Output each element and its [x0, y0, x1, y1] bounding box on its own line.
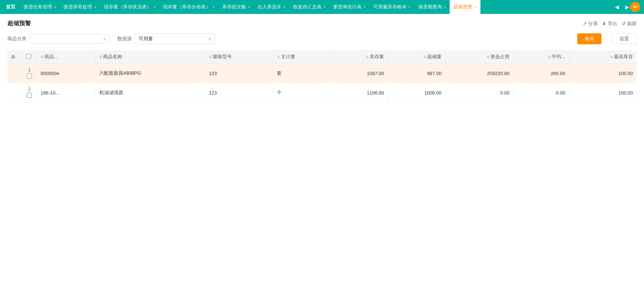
tab-label: 拣货异常处理 [63, 4, 92, 10]
col-spec[interactable]: ⇅ 规格型号 [205, 50, 273, 64]
row-num-1: 2 [22, 83, 37, 103]
tab-close-tab-6[interactable]: × [283, 5, 285, 9]
share-button[interactable]: ↗ 分享 [583, 21, 598, 27]
nav-tab-tab-8[interactable]: 要货单统计表× [329, 0, 369, 14]
tab-close-tab-11[interactable]: × [474, 5, 476, 9]
col-stock[interactable]: ⇅ 库存量 [330, 50, 388, 64]
cell-avg: 260.00 [513, 64, 569, 83]
col-overstock[interactable]: ⇅ 超储量 [388, 50, 446, 64]
row-number: 2 [26, 86, 33, 92]
nav-tab-tab-4[interactable]: 现存量（库存分布表）× [159, 0, 218, 14]
row-settings-1 [7, 83, 22, 103]
filter-row: 商品分类 ∨ 数据源 可用量 ∨ 查询 设置 [7, 33, 637, 44]
row-checkbox-1[interactable] [27, 93, 32, 98]
col-product-code[interactable]: ⇅ 商品... [37, 50, 95, 64]
tab-label: 保质期查询 [418, 4, 442, 10]
export-button[interactable]: ⬇ 导出 [602, 21, 617, 27]
datasource-select[interactable]: 可用量 ∨ [135, 33, 215, 44]
tab-close-tab-2[interactable]: × [94, 5, 96, 9]
tab-close-tab-5[interactable]: × [248, 5, 250, 9]
nav-home[interactable]: 首页 [1, 0, 20, 14]
tab-close-tab-10[interactable]: × [444, 5, 446, 9]
col-product-name[interactable]: ⇅ 商品名称 [95, 50, 205, 64]
row-checkbox-0[interactable] [27, 73, 32, 78]
row-num-0: 1 [22, 64, 37, 83]
cell-stock: 1106.00 [330, 83, 388, 103]
category-label: 商品分类 [7, 36, 26, 42]
tab-close-tab-3[interactable]: × [153, 5, 155, 9]
page-title: 超储预警 [7, 20, 31, 27]
col-unit[interactable]: ⇅ 主计量 [273, 50, 331, 64]
tab-label: 要货单统计表 [333, 4, 362, 10]
share-label: 分享 [588, 21, 598, 27]
cell-overstock: 997.00 [388, 64, 446, 83]
cell-product-code: 0000004 [37, 64, 95, 83]
col-capital[interactable]: ⇅ 资金占用 [445, 50, 513, 64]
user-avatar[interactable]: Ai [630, 2, 640, 12]
filter-datasource: 数据源 可用量 ∨ [117, 33, 215, 44]
settings-button[interactable]: 设置 [612, 33, 637, 44]
nav-tab-tab-2[interactable]: 拣货异常处理× [60, 0, 100, 14]
tab-label: 库存批次账 [222, 4, 246, 10]
tab-label: 出入库流水 [257, 4, 281, 10]
row-number: 1 [26, 67, 33, 73]
tab-label: 超储预警 [453, 4, 472, 10]
tab-close-tab-7[interactable]: × [323, 5, 326, 9]
col-avg[interactable]: ⇅ 平均... [513, 50, 569, 64]
nav-arrow-left[interactable]: ◀ [612, 0, 622, 14]
category-select[interactable]: ∨ [29, 34, 110, 44]
table-header-row: ⚙ ⇅ 商品... ⇅ 商品名称 ⇅ 规格型号 ⇅ 主计量 ⇅ [7, 50, 637, 64]
refresh-label: 刷新 [627, 21, 637, 27]
tab-close-tab-8[interactable]: × [363, 5, 366, 9]
cell-product-code: 186-10... [37, 83, 95, 103]
nav-tab-tab-1[interactable]: 拣货任务管理× [20, 0, 60, 14]
tab-label: 可用量库存账本 [373, 4, 407, 10]
nav-tab-tab-7[interactable]: 收发存汇总表× [289, 0, 329, 14]
sort-icon: ⇅ [548, 55, 552, 59]
col-checkbox[interactable] [22, 50, 37, 64]
cell-product-name: 机油滤清器 [95, 83, 205, 103]
cell-product-name: 六配套新昌490BPG [95, 64, 205, 83]
nav-tab-tab-6[interactable]: 出入库流水× [254, 0, 289, 14]
tab-label: 现存量（库存分布表） [163, 4, 211, 10]
filter-category: 商品分类 ∨ [7, 34, 110, 44]
nav-tab-tab-3[interactable]: 现存量（库存状况表）× [100, 0, 159, 14]
cell-unit: 个 [273, 83, 331, 103]
tabs-container: 拣货任务管理×拣货异常处理×现存量（库存状况表）×现存量（库存分布表）×库存批次… [20, 0, 480, 14]
select-all-checkbox[interactable] [26, 54, 31, 59]
page-header: 超储预警 ↗ 分享 ⬇ 导出 ↺ 刷新 [7, 20, 637, 27]
export-label: 导出 [608, 21, 617, 27]
top-right-user-area: Ai [626, 0, 644, 14]
cell-max-stock: 100.00 [569, 64, 637, 83]
page-container: 超储预警 ↗ 分享 ⬇ 导出 ↺ 刷新 商品分类 ∨ 数据源 [0, 14, 644, 293]
table-header: ⚙ ⇅ 商品... ⇅ 商品名称 ⇅ 规格型号 ⇅ 主计量 ⇅ [7, 50, 637, 64]
cell-spec: 123 [205, 83, 273, 103]
row-settings-0 [7, 64, 22, 83]
col-settings[interactable]: ⚙ [7, 50, 22, 64]
nav-tab-tab-5[interactable]: 库存批次账× [219, 0, 254, 14]
sort-icon: ⇅ [41, 55, 45, 59]
category-chevron-icon: ∨ [103, 37, 106, 41]
cell-capital: 259220.00 [445, 64, 513, 83]
nav-tab-tab-11[interactable]: 超储预警× [450, 0, 480, 14]
sort-icon: ⇅ [99, 55, 103, 59]
top-navigation: 首页 拣货任务管理×拣货异常处理×现存量（库存状况表）×现存量（库存分布表）×库… [0, 0, 644, 14]
table-row: 2 186-10... 机油滤清器 123 个 1106.00 1006.00 … [7, 83, 637, 103]
tab-close-tab-4[interactable]: × [212, 5, 215, 9]
query-button[interactable]: 查询 [577, 33, 601, 44]
tab-label: 拣货任务管理 [23, 4, 52, 10]
datasource-chevron-icon: ∨ [208, 37, 211, 41]
refresh-button[interactable]: ↺ 刷新 [622, 21, 637, 27]
col-max-stock[interactable]: ⇅ 最高库存 [569, 50, 637, 64]
datasource-label: 数据源 [117, 36, 132, 42]
share-icon: ↗ [583, 21, 587, 26]
tab-close-tab-1[interactable]: × [54, 5, 56, 9]
cell-max-stock: 100.00 [569, 83, 637, 103]
cell-spec: 123 [205, 64, 273, 83]
tab-close-tab-9[interactable]: × [409, 5, 411, 9]
cell-unit: 套 [273, 64, 331, 83]
nav-tab-tab-10[interactable]: 保质期查询× [414, 0, 450, 14]
refresh-icon: ↺ [622, 21, 626, 26]
cell-stock: 1097.00 [330, 64, 388, 83]
nav-tab-tab-9[interactable]: 可用量库存账本× [370, 0, 414, 14]
